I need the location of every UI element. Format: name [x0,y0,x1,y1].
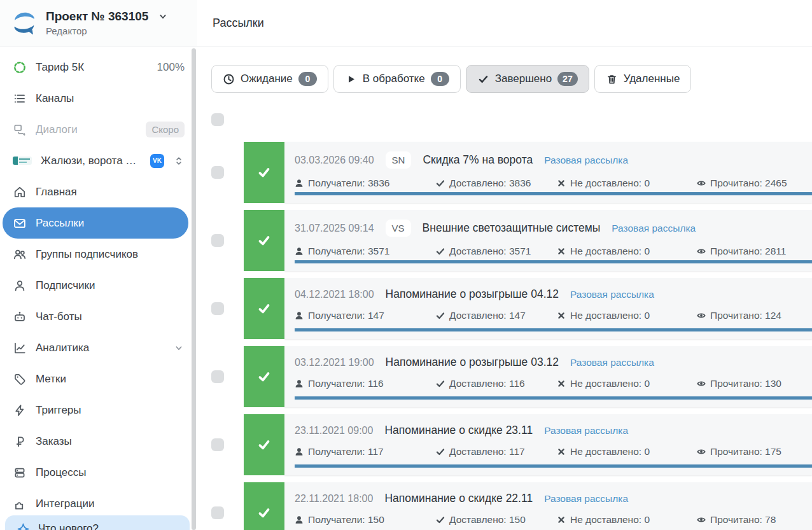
tariff-percent: 100% [157,61,185,74]
sidebar-item-dialogs[interactable]: Диалоги Скоро [0,114,197,145]
whats-new-button[interactable]: Что нового? [5,515,190,530]
sidebar-item-triggers[interactable]: Триггеры [0,394,197,426]
mailing-title: Напоминание о скидке 23.11 [384,424,533,437]
row-checkbox[interactable] [211,438,224,451]
mailing-card[interactable]: 03.12.2021 19:00 Напоминание о розыгрыше… [284,346,812,407]
tariff-ring-icon [13,60,27,74]
sidebar-item-chatbots[interactable]: Чат-боты [0,301,197,332]
mailing-card[interactable]: 04.12.2021 18:00 Напоминание о розыгрыше… [284,278,812,339]
sidebar: Проект № 363105 Редактор Тариф 5К 100% [0,0,197,530]
x-icon [557,311,566,320]
mailing-row[interactable]: 22.11.2021 18:00 Напоминание о скидке 22… [211,482,812,530]
row-checkbox[interactable] [211,302,224,315]
stat-recipients: Получатели: 150 [295,514,436,526]
sidebar-item-analytics[interactable]: Аналитика [0,332,197,363]
sidebar-item-home[interactable]: Главная [0,176,197,207]
filter-pending-button[interactable]: Ожидание 0 [211,65,328,93]
stat-read: Прочитано: 130 [697,378,812,389]
mailing-title: Напоминание о скидке 22.11 [384,492,533,505]
filter-deleted-button[interactable]: Удаленные [594,65,692,93]
status-completed-block [244,210,284,271]
puzzle-icon [13,497,27,511]
filter-completed-button[interactable]: Завершено 27 [466,65,589,93]
mailing-type-link[interactable]: Разовая рассылка [570,289,654,300]
sidebar-item-integrations[interactable]: Интеграции [0,488,197,519]
sidebar-item-vk-project[interactable]: Жалюзи, ворота Д... VK [0,145,197,176]
eye-icon [697,247,706,256]
sidebar-item-label: Каналы [36,92,185,105]
mailing-row[interactable]: 31.07.2025 09:14 VS Внешние светозащитны… [211,210,812,271]
stat-read: Прочитано: 124 [697,310,812,321]
select-all-checkbox[interactable] [211,113,224,126]
mailing-row[interactable]: 23.11.2021 09:00 Напоминание о скидке 23… [211,414,812,475]
sidebar-item-tariff[interactable]: Тариф 5К 100% [0,52,197,83]
mailing-date: 04.12.2021 18:00 [295,289,374,300]
sidebar-item-label: Тариф 5К [36,61,148,74]
mailing-card[interactable]: 22.11.2021 18:00 Напоминание о скидке 22… [284,482,812,530]
vk-icon: VK [150,154,164,168]
check-icon [436,447,445,456]
sidebar-item-processes[interactable]: Процессы [0,457,197,488]
row-checkbox[interactable] [211,370,224,383]
mailing-type-link[interactable]: Разовая рассылка [544,155,628,166]
sidebar-item-tags[interactable]: Метки [0,363,197,394]
mailing-date: 03.12.2021 19:00 [295,357,374,368]
sidebar-item-label: Заказы [36,435,185,448]
mailing-type-link[interactable]: Разовая рассылка [544,493,628,505]
status-completed-block [244,278,284,339]
check-icon [436,247,445,256]
row-checkbox[interactable] [211,506,224,519]
sidebar-item-mailings[interactable]: Рассылки [3,207,188,239]
mailing-row[interactable]: 03.12.2021 19:00 Напоминание о розыгрыше… [211,346,812,407]
sidebar-item-label: Рассылки [36,217,178,230]
check-icon [256,505,272,520]
person-icon [295,379,304,388]
home-icon [13,185,27,199]
mailing-card[interactable]: 31.07.2025 09:14 VS Внешние светозащитны… [284,210,812,271]
row-checkbox[interactable] [211,166,224,179]
mailing-type-link[interactable]: Разовая рассылка [570,357,654,368]
sidebar-item-label: Подписчики [36,279,185,292]
mailing-card[interactable]: 23.11.2021 09:00 Напоминание о скидке 23… [284,414,812,475]
row-checkbox[interactable] [211,234,224,247]
mailing-type-link[interactable]: Разовая рассылка [612,223,696,234]
sidebar-item-label: Диалоги [36,123,137,136]
status-completed-block [244,482,284,530]
x-icon [557,379,566,388]
mailing-card[interactable]: 03.03.2026 09:40 SN Скидка 7% на ворота … [284,142,812,203]
filter-processing-button[interactable]: В обработке 0 [333,65,461,93]
eye-icon [697,311,706,320]
mailing-title: Внешние светозащитные системы [423,221,601,235]
stat-read: Прочитано: 2465 [697,178,812,189]
eye-icon [697,447,706,456]
mailing-type-link[interactable]: Разовая рассылка [544,425,628,436]
sort-updown-icon[interactable] [173,155,185,167]
app-window: Проект № 363105 Редактор Тариф 5К 100% [0,0,812,530]
page-header: Рассылки [197,0,812,46]
stat-delivered: Доставлено: 147 [436,310,557,321]
sidebar-scrollbar[interactable] [192,48,196,530]
project-switcher[interactable]: Проект № 363105 Редактор [0,0,197,46]
stat-recipients: Получатели: 3836 [295,178,436,189]
read-progress-bar [295,328,812,331]
check-icon [436,379,445,388]
mailing-row[interactable]: 03.03.2026 09:40 SN Скидка 7% на ворота … [211,142,812,203]
check-icon [256,437,272,452]
filter-label: В обработке [363,73,425,85]
mailing-date: 31.07.2025 09:14 [295,223,374,234]
sidebar-item-label: Аналитика [36,342,164,354]
mailing-row[interactable]: 04.12.2021 18:00 Напоминание о розыгрыше… [211,278,812,339]
stat-read: Прочитано: 78 [697,514,812,526]
sidebar-item-subscribers[interactable]: Подписчики [0,270,197,301]
dialogs-icon [13,123,27,137]
sidebar-item-label: Группы подписчиков [36,248,185,261]
sidebar-item-subscriber-groups[interactable]: Группы подписчиков [0,239,197,270]
stat-read: Прочитано: 2811 [697,246,812,257]
sidebar-item-channels[interactable]: Каналы [0,83,197,114]
x-icon [557,247,566,256]
page-title: Рассылки [213,17,264,30]
sidebar-item-label: Главная [36,186,185,199]
filter-label: Завершено [495,73,552,85]
sidebar-item-orders[interactable]: Заказы [0,426,197,457]
person-icon [295,247,304,256]
